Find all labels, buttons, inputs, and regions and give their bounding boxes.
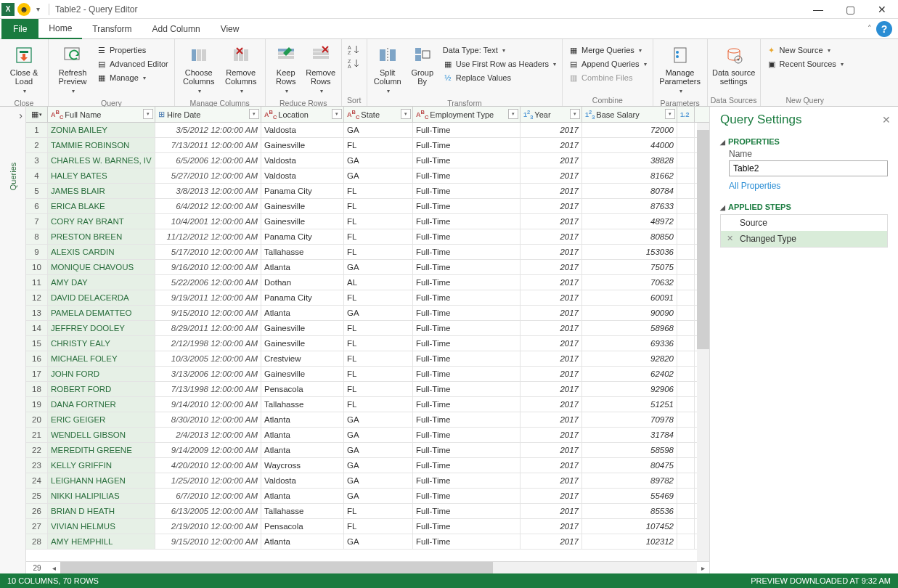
cell-state[interactable]: AL	[344, 275, 413, 290]
keep-rows-button[interactable]: Keep Rows▾	[270, 42, 302, 96]
tab-file[interactable]: File	[1, 19, 38, 39]
cell-fullname[interactable]: NIKKI HALIPILIAS	[48, 489, 155, 503]
cell-salary[interactable]: 38828	[582, 153, 677, 168]
cell-year[interactable]: 2017	[521, 290, 582, 305]
col-header-year[interactable]: 123Year▾	[521, 107, 582, 122]
queries-panel-collapsed[interactable]: › Queries	[0, 107, 26, 573]
cell-salary[interactable]: 89782	[582, 473, 677, 488]
cell-state[interactable]: FL	[344, 199, 413, 213]
cell-emptype[interactable]: Full-Time	[413, 275, 521, 290]
cell-hiredate[interactable]: 11/12/2012 12:00:00 AM	[155, 229, 261, 244]
table-row[interactable]: 13 PAMELA DEMATTEO 9/15/2010 12:00:00 AM…	[26, 306, 709, 321]
table-row[interactable]: 18 ROBERT FORD 7/13/1998 12:00:00 AM Pen…	[26, 382, 709, 397]
cell-location[interactable]: Atlanta	[261, 443, 344, 457]
cell-fullname[interactable]: CHARLES W. BARNES, IV	[48, 153, 155, 168]
table-row[interactable]: 19 DANA FORTNER 9/14/2010 12:00:00 AM Ta…	[26, 397, 709, 412]
cell-hiredate[interactable]: 6/7/2010 12:00:00 AM	[155, 489, 261, 503]
table-row[interactable]: 7 CORY RAY BRANT 10/4/2001 12:00:00 AM G…	[26, 214, 709, 229]
table-row[interactable]: 5 JAMES BLAIR 3/8/2013 12:00:00 AM Panam…	[26, 184, 709, 199]
cell-location[interactable]: Gainesville	[261, 138, 344, 152]
cell-location[interactable]: Tallahasse	[261, 397, 344, 412]
tab-transform[interactable]: Transform	[82, 19, 142, 39]
cell-hiredate[interactable]: 3/5/2012 12:00:00 AM	[155, 123, 261, 137]
delete-step-icon[interactable]: ✕	[727, 234, 733, 243]
table-row[interactable]: 15 CHRISTY EALY 2/12/1998 12:00:00 AM Ga…	[26, 336, 709, 351]
cell-hiredate[interactable]: 7/13/1998 12:00:00 AM	[155, 382, 261, 396]
cell-year[interactable]: 2017	[521, 229, 582, 244]
cell-salary[interactable]: 44000	[582, 138, 677, 152]
new-source-button[interactable]: ✦New Source▾	[765, 44, 845, 57]
cell-fullname[interactable]: ALEXIS CARDIN	[48, 245, 155, 259]
cell-emptype[interactable]: Full-Time	[413, 168, 521, 183]
table-row[interactable]: 11 AMY DAY 5/22/2006 12:00:00 AM Dothan …	[26, 275, 709, 290]
cell-salary[interactable]: 80475	[582, 458, 677, 473]
cell-year[interactable]: 2017	[521, 214, 582, 229]
cell-state[interactable]: GA	[344, 153, 413, 168]
cell-year[interactable]: 2017	[521, 306, 582, 320]
cell-fullname[interactable]: JOHN FORD	[48, 367, 155, 381]
cell-year[interactable]: 2017	[521, 443, 582, 457]
cell-emptype[interactable]: Full-Time	[413, 229, 521, 244]
cell-emptype[interactable]: Full-Time	[413, 260, 521, 274]
cell-year[interactable]: 2017	[521, 153, 582, 168]
sort-desc-button[interactable]: ZA	[346, 57, 362, 70]
cell-hiredate[interactable]: 4/20/2010 12:00:00 AM	[155, 458, 261, 473]
cell-salary[interactable]: 92820	[582, 351, 677, 366]
cell-year[interactable]: 2017	[521, 336, 582, 351]
cell-state[interactable]: FL	[344, 382, 413, 396]
cell-emptype[interactable]: Full-Time	[413, 321, 521, 335]
help-icon[interactable]: ?	[876, 21, 892, 37]
cell-state[interactable]: FL	[344, 351, 413, 366]
cell-extra[interactable]	[677, 153, 695, 168]
cell-hiredate[interactable]: 6/13/2005 12:00:00 AM	[155, 504, 261, 518]
cell-salary[interactable]: 58598	[582, 443, 677, 457]
cell-location[interactable]: Tallahasse	[261, 245, 344, 259]
cell-extra[interactable]	[677, 473, 695, 488]
cell-salary[interactable]: 58968	[582, 321, 677, 335]
cell-location[interactable]: Crestview	[261, 351, 344, 366]
cell-emptype[interactable]: Full-Time	[413, 367, 521, 381]
cell-emptype[interactable]: Full-Time	[413, 245, 521, 259]
cell-hiredate[interactable]: 9/14/2009 12:00:00 AM	[155, 443, 261, 457]
cell-state[interactable]: FL	[344, 321, 413, 335]
cell-salary[interactable]: 48972	[582, 214, 677, 229]
cell-year[interactable]: 2017	[521, 275, 582, 290]
cell-fullname[interactable]: CHRISTY EALY	[48, 336, 155, 351]
cell-year[interactable]: 2017	[521, 504, 582, 518]
filter-icon[interactable]: ▾	[570, 109, 580, 119]
cell-location[interactable]: Atlanta	[261, 489, 344, 503]
table-row[interactable]: 26 BRIAN D HEATH 6/13/2005 12:00:00 AM T…	[26, 504, 709, 519]
choose-columns-button[interactable]: Choose Columns▾	[179, 42, 219, 96]
table-row[interactable]: 8 PRESTON BREEN 11/12/2012 12:00:00 AM P…	[26, 229, 709, 245]
table-row[interactable]: 14 JEFFREY DOOLEY 8/29/2011 12:00:00 AM …	[26, 321, 709, 336]
step-source[interactable]: Source	[721, 215, 887, 231]
filter-icon[interactable]: ▾	[401, 109, 411, 119]
cell-extra[interactable]	[677, 138, 695, 152]
collapse-ribbon-icon[interactable]: ˄	[868, 24, 872, 33]
cell-extra[interactable]	[677, 199, 695, 213]
cell-extra[interactable]	[677, 290, 695, 305]
table-row[interactable]: 16 MICHAEL FOLEY 10/3/2005 12:00:00 AM C…	[26, 351, 709, 367]
cell-location[interactable]: Tallahasse	[261, 504, 344, 518]
cell-fullname[interactable]: JEFFREY DOOLEY	[48, 321, 155, 335]
grid-body[interactable]: 1 ZONIA BAILEY 3/5/2012 12:00:00 AM Vald…	[26, 123, 709, 561]
col-header-emptype[interactable]: ABCEmployment Type▾	[413, 107, 521, 122]
cell-emptype[interactable]: Full-Time	[413, 336, 521, 351]
combine-files-button[interactable]: ▥Combine Files	[567, 71, 648, 84]
cell-fullname[interactable]: MICHAEL FOLEY	[48, 351, 155, 366]
cell-year[interactable]: 2017	[521, 397, 582, 412]
cell-state[interactable]: GA	[344, 458, 413, 473]
cell-location[interactable]: Gainesville	[261, 214, 344, 229]
replace-values-button[interactable]: ½Replace Values	[441, 71, 558, 84]
cell-salary[interactable]: 75075	[582, 260, 677, 274]
cell-salary[interactable]: 80784	[582, 184, 677, 198]
cell-emptype[interactable]: Full-Time	[413, 351, 521, 366]
table-row[interactable]: 22 MEREDITH GREENE 9/14/2009 12:00:00 AM…	[26, 443, 709, 458]
close-window-button[interactable]: ✕	[866, 0, 898, 19]
cell-year[interactable]: 2017	[521, 473, 582, 488]
cell-hiredate[interactable]: 9/16/2010 12:00:00 AM	[155, 260, 261, 274]
cell-emptype[interactable]: Full-Time	[413, 397, 521, 412]
cell-extra[interactable]	[677, 245, 695, 259]
collapse-icon[interactable]: ◢	[720, 139, 725, 146]
col-header-hiredate[interactable]: ⊞Hire Date▾	[155, 107, 261, 122]
